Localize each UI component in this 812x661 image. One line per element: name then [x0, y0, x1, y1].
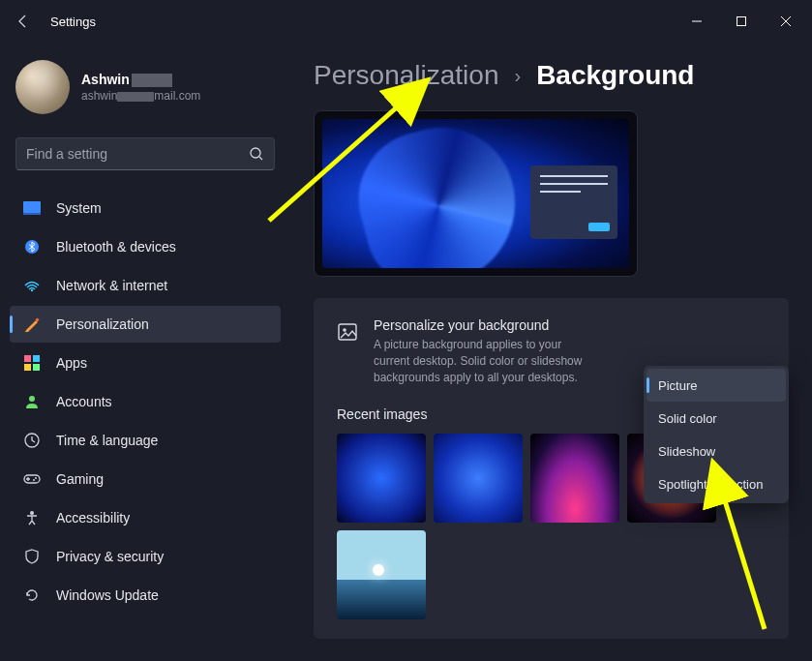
search-icon — [249, 146, 264, 162]
dropdown-item-solid-color[interactable]: Solid color — [647, 402, 786, 435]
nav-label: Privacy & security — [56, 549, 164, 564]
personalization-icon — [23, 315, 41, 333]
svg-rect-4 — [23, 201, 41, 213]
gaming-icon — [23, 470, 41, 488]
nav-label: Accounts — [56, 394, 112, 409]
nav-privacy[interactable]: Privacy & security — [10, 538, 281, 575]
minimize-icon — [691, 15, 703, 27]
svg-rect-11 — [24, 364, 31, 371]
svg-point-7 — [31, 289, 33, 291]
window-title: Settings — [50, 15, 96, 29]
nav-list: System Bluetooth & devices Network & int… — [10, 190, 281, 614]
nav-label: Apps — [56, 355, 87, 371]
nav-update[interactable]: Windows Update — [10, 577, 281, 614]
svg-point-17 — [33, 479, 35, 481]
close-icon — [780, 15, 792, 27]
nav-network[interactable]: Network & internet — [10, 267, 281, 304]
background-type-dropdown: Picture Solid color Slideshow Spotlight … — [644, 366, 789, 503]
nav-label: Time & language — [56, 433, 158, 448]
nav-label: Accessibility — [56, 510, 130, 526]
nav-personalization[interactable]: Personalization — [10, 306, 281, 343]
bluetooth-icon — [23, 238, 41, 255]
svg-point-2 — [251, 148, 260, 158]
svg-rect-12 — [33, 364, 40, 371]
nav-bluetooth[interactable]: Bluetooth & devices — [10, 228, 281, 265]
svg-rect-1 — [737, 17, 746, 26]
background-preview — [314, 110, 638, 277]
search-input[interactable] — [26, 146, 249, 162]
network-icon — [23, 277, 41, 294]
svg-rect-10 — [33, 355, 40, 362]
nav-label: Windows Update — [56, 587, 159, 603]
nav-label: Bluetooth & devices — [56, 239, 176, 255]
svg-point-20 — [343, 328, 346, 332]
chevron-right-icon: › — [514, 65, 521, 87]
recent-image-thumb[interactable] — [530, 434, 619, 523]
main-pane: Personalization › Background Personalize… — [290, 43, 812, 661]
close-button[interactable] — [764, 2, 808, 41]
nav-label: System — [56, 200, 102, 216]
maximize-icon — [736, 15, 747, 27]
user-email: ashwinmail.com — [81, 89, 200, 103]
breadcrumb: Personalization › Background — [314, 60, 789, 91]
picture-icon — [337, 321, 358, 343]
svg-rect-5 — [23, 213, 41, 215]
time-icon — [23, 432, 41, 449]
dropdown-item-slideshow[interactable]: Slideshow — [647, 435, 786, 467]
svg-line-3 — [259, 157, 262, 160]
option-desc: A picture background applies to your cur… — [374, 337, 586, 385]
accounts-icon — [23, 393, 41, 410]
privacy-icon — [23, 548, 41, 565]
user-name: Ashwin — [81, 72, 200, 87]
recent-image-thumb[interactable] — [337, 530, 426, 619]
nav-apps[interactable]: Apps — [10, 345, 281, 381]
nav-accounts[interactable]: Accounts — [10, 383, 281, 420]
avatar — [15, 60, 70, 114]
titlebar: Settings — [0, 0, 812, 43]
window-controls — [675, 2, 808, 41]
nav-label: Gaming — [56, 471, 104, 487]
nav-gaming[interactable]: Gaming — [10, 461, 281, 497]
sidebar: Ashwin ashwinmail.com System Bluetooth &… — [0, 43, 290, 661]
svg-point-16 — [35, 477, 37, 479]
nav-accessibility[interactable]: Accessibility — [10, 499, 281, 536]
dropdown-item-spotlight[interactable]: Spotlight collection — [647, 467, 786, 500]
back-arrow-icon — [15, 14, 31, 29]
search-box[interactable] — [15, 137, 275, 170]
svg-point-18 — [30, 511, 34, 515]
breadcrumb-current: Background — [536, 60, 694, 91]
breadcrumb-parent[interactable]: Personalization — [314, 60, 498, 91]
nav-time[interactable]: Time & language — [10, 422, 281, 459]
nav-label: Personalization — [56, 316, 149, 332]
nav-label: Network & internet — [56, 278, 167, 293]
accessibility-icon — [23, 509, 41, 526]
apps-icon — [23, 354, 41, 372]
option-title: Personalize your background — [374, 317, 766, 333]
update-icon — [23, 586, 41, 604]
back-button[interactable] — [4, 2, 43, 41]
user-profile[interactable]: Ashwin ashwinmail.com — [15, 60, 275, 114]
recent-image-thumb[interactable] — [337, 434, 426, 523]
nav-system[interactable]: System — [10, 190, 281, 226]
svg-rect-9 — [24, 355, 31, 362]
dropdown-item-picture[interactable]: Picture — [647, 369, 786, 402]
svg-point-13 — [29, 396, 35, 402]
recent-image-thumb[interactable] — [434, 434, 523, 523]
maximize-button[interactable] — [719, 2, 764, 41]
minimize-button[interactable] — [675, 2, 719, 41]
system-icon — [23, 199, 41, 217]
